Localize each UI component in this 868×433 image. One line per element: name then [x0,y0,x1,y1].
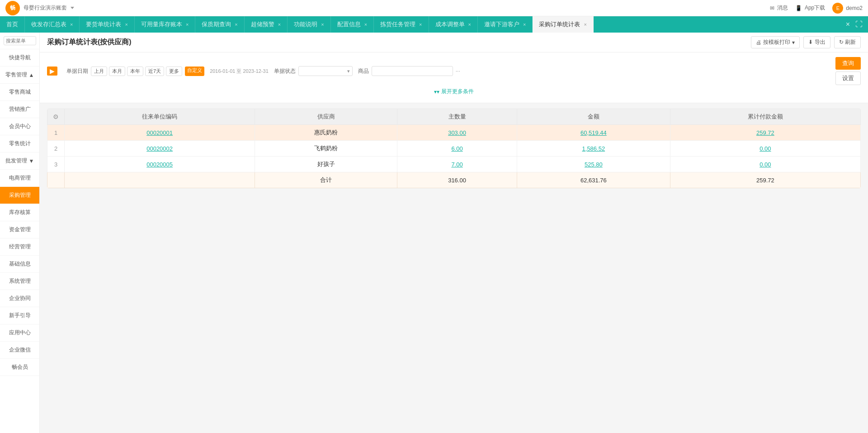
sidebar-item-stock-check[interactable]: 库存核算 [0,204,39,221]
refresh-icon: ↻ [839,39,844,45]
custom-date-tag: 自定义 [185,67,204,76]
close-icon[interactable]: × [186,22,189,27]
table-area: ⚙ 往来单位编码 供应商 主数量 金额 累计付款金额 1 00020001 惠氏… [40,103,868,433]
date-quick-buttons: 上月 本月 本年 近7天 更多 自定义 [91,67,204,76]
sidebar-item-wholesale-mgmt[interactable]: 批发管理 ▼ [0,152,39,170]
status-select-wrapper [298,66,353,76]
table-row: 2 00020002 飞鹤奶粉 6.00 1,586.52 0.00 [47,141,861,157]
close-icon[interactable]: × [125,22,127,27]
tab-home[interactable]: 首页 [0,16,25,33]
app-download-btn[interactable]: 📱 App下载 [795,4,825,12]
top-bar-right: ✉ 消息 📱 App下载 E demo2 [770,3,863,14]
tab-order-summary[interactable]: 要货单统计表 × [80,16,134,33]
print-button[interactable]: 🖨 按模板打印 ▾ [751,36,800,48]
col-settings: ⚙ [47,109,65,125]
tab-expiry-query[interactable]: 保质期查询 × [195,16,244,33]
refresh-button[interactable]: ↻ 刷新 [834,36,861,48]
data-table: ⚙ 往来单位编码 供应商 主数量 金额 累计付款金额 1 00020001 惠氏… [47,109,861,188]
sidebar-item-new-guide[interactable]: 新手引导 [0,307,39,324]
export-button[interactable]: ⬇ 导出 [803,36,830,48]
close-icon[interactable]: × [468,22,471,27]
message-btn[interactable]: ✉ 消息 [770,4,788,12]
chevron-down-icon: ▲ [29,72,34,78]
tab-config-info[interactable]: 配置信息 × [331,16,374,33]
this-month-btn[interactable]: 本月 [109,67,125,76]
close-icon[interactable]: × [584,22,586,27]
collapse-filter-button[interactable]: ▶ [47,67,57,76]
last-7days-btn[interactable]: 近7天 [145,67,164,76]
tab-invite-downstream[interactable]: 邀请下游客户 × [478,16,533,33]
page-title: 采购订单统计表(按供应商) [47,38,132,47]
print-icon: 🖨 [756,39,761,46]
col-paid: 累计付款金额 [670,109,860,125]
col-amount: 金额 [517,109,670,125]
fullscreen-button[interactable]: ⛶ [854,19,864,30]
close-icon[interactable]: × [278,22,281,27]
sidebar: 快捷导航 零售管理 ▲ 零售商城 营销推广 会员中心 零售统计 批发管理 ▼ 电… [0,33,40,433]
nav-tabs-bar: 首页 收发存汇总表 × 要货单统计表 × 可用量库存账本 × 保质期查询 × 超… [0,16,868,33]
goods-input[interactable] [372,66,453,76]
tab-function-desc[interactable]: 功能说明 × [288,16,330,33]
close-icon[interactable]: × [70,22,73,27]
search-input[interactable] [4,36,36,45]
chevron-down-icon: ▾▾ [434,89,439,95]
last-month-btn[interactable]: 上月 [91,67,107,76]
tab-cost-adjust[interactable]: 成本调整单 × [429,16,478,33]
close-icon[interactable]: × [523,22,526,27]
close-icon[interactable]: × [419,22,422,27]
sidebar-item-retail-mgmt[interactable]: 零售管理 ▲ [0,67,39,84]
main-content: 采购订单统计表(按供应商) 🖨 按模板打印 ▾ ⬇ 导出 ↻ 刷新 [40,33,868,433]
sidebar-item-purchase-mgmt[interactable]: 采购管理 [0,187,39,204]
tab-receive-summary[interactable]: 收发存汇总表 × [25,16,80,33]
tab-purchase-summary[interactable]: 采购订单统计表 × [533,16,593,33]
close-all-tabs-button[interactable]: × [844,19,852,30]
sidebar-item-marketing[interactable]: 营销推广 [0,101,39,118]
table-row: 1 00020001 惠氏奶粉 303.00 60,519.44 259.72 [47,125,861,141]
sidebar-item-member-center[interactable]: 会员中心 [0,118,39,135]
sidebar-item-member[interactable]: 畅会员 [0,359,39,376]
this-year-btn[interactable]: 本年 [127,67,143,76]
sidebar-item-operation[interactable]: 经营管理 [0,238,39,256]
download-icon: 📱 [795,5,802,11]
export-icon: ⬇ [808,39,813,45]
date-range-display: 2016-01-01 至 2023-12-31 [210,68,269,75]
close-icon[interactable]: × [235,22,237,27]
filter-bar: ▶ 单据日期 上月 本月 本年 近7天 更多 自定义 2016-01-01 至 … [40,52,868,103]
status-select[interactable] [298,66,353,76]
chevron-down-icon [71,7,74,9]
sidebar-item-retail-mall[interactable]: 零售商城 [0,84,39,101]
top-bar-left: 畅 母婴行业演示账套 [5,1,74,15]
sidebar-item-enterprise-collab[interactable]: 企业协同 [0,290,39,307]
tab-picking-task[interactable]: 拣货任务管理 × [374,16,429,33]
tab-overstock-warning[interactable]: 超储预警 × [245,16,288,33]
page-header-actions: 🖨 按模板打印 ▾ ⬇ 导出 ↻ 刷新 [751,36,861,48]
expand-row: ▾▾ 展开更多条件 [47,85,861,98]
sidebar-item-ecommerce[interactable]: 电商管理 [0,170,39,187]
sidebar-item-quick-nav[interactable]: 快捷导航 [0,49,39,67]
message-icon: ✉ [770,5,774,11]
sidebar-item-finance[interactable]: 资金管理 [0,221,39,238]
goods-filter: 商品 ··· [358,66,460,76]
close-icon[interactable]: × [364,22,367,27]
more-dates-btn[interactable]: 更多 [166,67,182,76]
sidebar-item-sys-mgmt[interactable]: 系统管理 [0,273,39,290]
avatar: E [832,3,843,14]
sidebar-item-app-center[interactable]: 应用中心 [0,324,39,342]
sidebar-item-enterprise-wechat[interactable]: 企业微信 [0,342,39,359]
user-profile[interactable]: E demo2 [832,3,863,14]
query-button[interactable]: 查询 [835,57,861,70]
sidebar-item-retail-stats[interactable]: 零售统计 [0,135,39,152]
company-selector[interactable]: 母婴行业演示账套 [24,4,74,12]
more-goods-icon[interactable]: ··· [456,68,460,74]
gear-icon[interactable]: ⚙ [53,113,59,120]
tab-available-stock[interactable]: 可用量库存账本 × [135,16,195,33]
main-layout: 快捷导航 零售管理 ▲ 零售商城 营销推广 会员中心 零售统计 批发管理 ▼ 电… [0,33,868,433]
expand-filters-button[interactable]: ▾▾ 展开更多条件 [434,88,474,95]
filter-row: ▶ 单据日期 上月 本月 本年 近7天 更多 自定义 2016-01-01 至 … [47,57,861,85]
close-icon[interactable]: × [321,22,324,27]
table-footer-row: 合计 316.00 62,631.76 259.72 [47,172,861,188]
settings-button[interactable]: 设置 [835,71,861,85]
app-logo: 畅 [5,1,20,15]
nav-bar-actions: × ⛶ [844,19,868,30]
sidebar-item-basic-info[interactable]: 基础信息 [0,256,39,273]
